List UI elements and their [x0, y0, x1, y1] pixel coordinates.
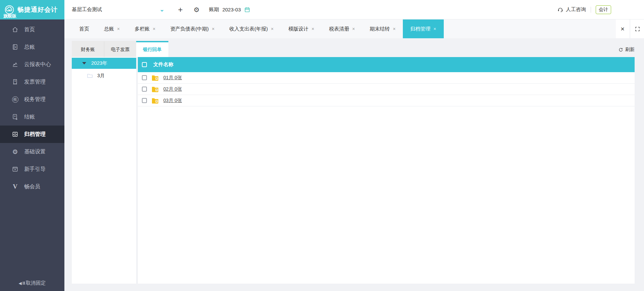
sidebar-item-general-ledger[interactable]: ¥ 总账: [0, 38, 64, 56]
tab-archive-management[interactable]: 归档管理 ×: [403, 19, 443, 38]
file-link[interactable]: 03月 0张: [163, 98, 182, 104]
edition-label: 旗舰版: [3, 13, 16, 19]
ledger-icon: ¥: [11, 44, 19, 50]
tree-month-label: 3月: [97, 73, 105, 79]
tree-expand-icon[interactable]: [82, 62, 86, 64]
table-row[interactable]: ¥ 01月 0张: [138, 72, 635, 84]
tab-label: 首页: [79, 26, 89, 32]
folder-icon: ¥: [151, 86, 159, 92]
open-tabs-bar: 首页 总账 × 多栏账 × 资产负债表(中期) × 收入支出表(年报) ×: [64, 19, 644, 38]
close-all-tabs-button[interactable]: ×: [616, 19, 629, 38]
sidebar-item-label: 发票管理: [24, 79, 46, 86]
settings-gear-icon[interactable]: ⚙: [194, 6, 200, 14]
row-checkbox[interactable]: [142, 98, 147, 103]
tree-node-year[interactable]: 2023年: [72, 58, 136, 69]
file-table: 文件名称 ¥ 01月 0张: [138, 57, 635, 284]
sidebar-item-closing[interactable]: ¥ 结账: [0, 108, 64, 126]
panels: 2023年 3月 文件名称: [72, 57, 635, 284]
sidebar-item-cloud-reports[interactable]: 云报表中心: [0, 56, 64, 73]
close-icon[interactable]: ×: [153, 26, 155, 32]
subtab-bank-receipts[interactable]: 银行回单: [136, 41, 168, 57]
close-icon[interactable]: ×: [352, 26, 355, 32]
sidebar-item-archive[interactable]: 归档管理: [0, 126, 64, 143]
tab-label: 收入支出表(年报): [229, 26, 268, 32]
fullscreen-button[interactable]: [631, 19, 644, 38]
tab-tax-register[interactable]: 税表清册 ×: [322, 19, 362, 38]
tab-income-expense[interactable]: 收入支出表(年报) ×: [222, 19, 281, 38]
sidebar-item-home[interactable]: 首页: [0, 21, 64, 38]
tab-balance-sheet[interactable]: 资产负债表(中期) ×: [163, 19, 222, 38]
table-row[interactable]: ¥ 03月 0张: [138, 95, 635, 106]
headset-icon: [557, 6, 564, 13]
refresh-icon: [618, 47, 623, 52]
close-icon[interactable]: ×: [433, 26, 436, 32]
tabs-wrap: 首页 总账 × 多栏账 × 资产负债表(中期) × 收入支出表(年报) ×: [72, 19, 444, 38]
archive-icon: [11, 131, 19, 138]
close-icon[interactable]: ×: [212, 26, 214, 32]
sidebar-item-label: 基础设置: [24, 148, 46, 155]
sidebar-item-membership[interactable]: V 畅会员: [0, 178, 64, 195]
account-selector[interactable]: 基层工会测试 ⌄: [72, 6, 164, 13]
refresh-button[interactable]: 刷新: [618, 47, 635, 53]
sidebar-item-tax[interactable]: 税 税务管理: [0, 91, 64, 108]
file-link[interactable]: 02月 0张: [163, 86, 182, 92]
archive-content: 财务账 电子发票 银行回单 刷新: [64, 38, 644, 291]
member-icon: V: [11, 183, 19, 190]
sidebar-item-settings[interactable]: ⚙ 基础设置: [0, 143, 64, 160]
topbar-right: 人工咨询 会计: [557, 5, 611, 14]
svg-text:¥: ¥: [14, 115, 15, 117]
row-checkbox[interactable]: [142, 87, 147, 92]
file-link[interactable]: 01月 0张: [163, 75, 182, 81]
refresh-label: 刷新: [625, 47, 635, 53]
sidebar-item-guide[interactable]: 新手引导: [0, 160, 64, 178]
add-account-button[interactable]: ＋: [176, 4, 184, 15]
subtab-e-invoice[interactable]: 电子发票: [104, 41, 136, 57]
row-checkbox[interactable]: [142, 75, 147, 80]
invoice-icon: ¥: [11, 79, 19, 85]
subtab-financial-books[interactable]: 财务账: [72, 41, 104, 57]
support-button[interactable]: 人工咨询: [557, 6, 586, 13]
subtab-label: 财务账: [81, 47, 95, 53]
tab-period-end-carryover[interactable]: 期末结转 ×: [362, 19, 403, 38]
folder-outline-icon: [87, 73, 93, 79]
subtab-label: 电子发票: [111, 47, 130, 53]
close-icon[interactable]: ×: [312, 26, 314, 32]
tab-label: 税表清册: [329, 26, 349, 32]
close-icon[interactable]: ×: [393, 26, 395, 32]
tab-general-ledger[interactable]: 总账 ×: [97, 19, 127, 38]
settings-icon: ⚙: [11, 149, 19, 155]
sidebar-item-label: 归档管理: [24, 131, 46, 138]
sidebar-item-label: 畅会员: [24, 183, 40, 190]
tab-home[interactable]: 首页: [72, 19, 97, 38]
tree-node-month[interactable]: 3月: [72, 70, 136, 81]
calendar-icon[interactable]: [244, 7, 250, 13]
pin-bars-icon: [23, 282, 25, 285]
sidebar-item-label: 云报表中心: [24, 61, 51, 68]
table-row[interactable]: ¥ 02月 0张: [138, 84, 635, 95]
folder-icon: ¥: [151, 75, 159, 81]
tab-multi-column-ledger[interactable]: 多栏账 ×: [127, 19, 163, 38]
tab-label: 资产负债表(中期): [170, 26, 209, 32]
column-header-filename: 文件名称: [153, 61, 173, 68]
sidebar-item-invoice[interactable]: ¥ 发票管理: [0, 73, 64, 91]
close-icon[interactable]: ×: [271, 26, 274, 32]
closing-icon: ¥: [11, 113, 19, 120]
subtab-row: 财务账 电子发票 银行回单 刷新: [64, 38, 644, 57]
sidebar-item-label: 新手引导: [24, 166, 46, 173]
tab-label: 总账: [104, 26, 114, 32]
fullscreen-icon: [635, 26, 640, 32]
tab-template-design[interactable]: 模版设计 ×: [281, 19, 322, 38]
tab-label: 期末结转: [370, 26, 390, 32]
period-value: 2023-03: [222, 7, 241, 12]
tab-label: 多栏账: [135, 26, 150, 32]
role-badge[interactable]: 会计: [596, 5, 611, 14]
guide-icon: [11, 166, 19, 173]
archive-year-tree: 2023年 3月: [72, 57, 136, 284]
unpin-label: 取消固定: [26, 280, 46, 286]
svg-text:¥: ¥: [156, 77, 157, 80]
close-icon[interactable]: ×: [117, 26, 120, 32]
svg-text:¥: ¥: [14, 80, 16, 82]
unpin-sidebar-button[interactable]: ◀ 取消固定: [0, 280, 64, 286]
select-all-checkbox[interactable]: [142, 62, 147, 67]
app-logo: 畅捷通好会计 旗舰版: [0, 0, 64, 19]
